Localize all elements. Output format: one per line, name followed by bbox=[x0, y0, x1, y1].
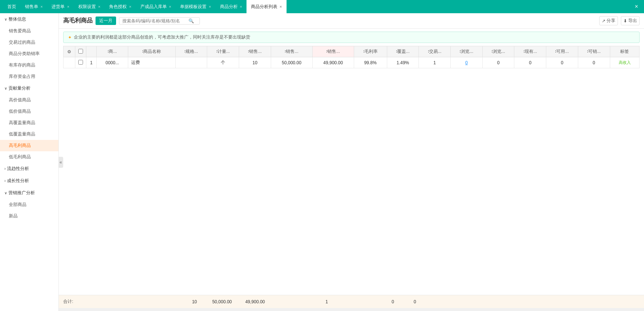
nav-analysis-list-close[interactable]: × bbox=[280, 4, 282, 9]
nav-analysis-close[interactable]: × bbox=[240, 4, 242, 9]
sidebar-item-all-products[interactable]: 全部商品 bbox=[0, 199, 58, 210]
cell-avail2-0: 0 bbox=[546, 57, 578, 68]
share-button[interactable]: ↗ 分享 bbox=[599, 16, 618, 25]
col-browse1: ∶浏览... bbox=[451, 46, 483, 57]
sidebar-item-high-coverage[interactable]: 高覆盖量商品 bbox=[0, 117, 58, 129]
row-checkbox-0[interactable] bbox=[78, 60, 83, 65]
footer-spacer1 bbox=[80, 299, 183, 304]
nav-home[interactable]: 首页 bbox=[3, 0, 21, 13]
bottom-scrollbar[interactable] bbox=[59, 308, 644, 311]
sidebar-group-overall[interactable]: ∨ 整体信息 bbox=[0, 13, 58, 25]
sidebar-item-in-stock[interactable]: 有库存的商品 bbox=[0, 59, 58, 71]
arrow-contribution: ∨ bbox=[4, 86, 7, 90]
cell-tag-0: 高收入 bbox=[610, 57, 639, 68]
cell-grossmargin-0: 99.8% bbox=[354, 57, 387, 68]
sidebar-collapse-button[interactable]: « bbox=[59, 157, 63, 168]
sidebar-item-low-margin[interactable]: 低毛利商品 bbox=[0, 151, 58, 163]
col-rownum bbox=[86, 46, 97, 57]
footer-spacer3 bbox=[338, 299, 360, 304]
nav-template[interactable]: 单据模板设置 × bbox=[176, 0, 215, 13]
sidebar: ∨ 整体信息 销售爱商品 交易过的商品 商品分类助销率 有库存的商品 库存资金占… bbox=[0, 13, 59, 311]
content-header: 高毛利商品 近一月 🔍 ↗ 分享 ⬇ 导出 bbox=[59, 13, 644, 29]
col-transaction: ∶交易... bbox=[419, 46, 451, 57]
nav-purchase[interactable]: 进货单 × bbox=[47, 0, 73, 13]
cell-spec-0 bbox=[175, 57, 207, 68]
table-wrap: ⚙ ∶商... ∶商品名称 ∶规格... ∶计量... ∶销售... ∶销售..… bbox=[59, 46, 644, 295]
nav-sales-close[interactable]: × bbox=[40, 4, 43, 9]
footer-sales-amount: 50,000.00 bbox=[205, 299, 238, 304]
col-product-code: ∶商... bbox=[97, 46, 128, 57]
cell-salesqty-0: 10 bbox=[239, 57, 271, 68]
cell-salesamt-0: 50,000.00 bbox=[271, 57, 312, 68]
data-table: ⚙ ∶商... ∶商品名称 ∶规格... ∶计量... ∶销售... ∶销售..… bbox=[63, 46, 640, 68]
cell-code-0: 0000... bbox=[97, 57, 128, 68]
sidebar-item-traded[interactable]: 交易过的商品 bbox=[0, 37, 58, 48]
sidebar-item-high-value[interactable]: 高价值商品 bbox=[0, 94, 58, 106]
cell-browse2-0: 0 bbox=[482, 57, 514, 68]
footer-transaction: 1 bbox=[316, 299, 338, 304]
nav-analysis-list[interactable]: 商品分析列表 × bbox=[247, 0, 286, 13]
cell-browse1-0[interactable]: 0 bbox=[451, 57, 483, 68]
sidebar-item-new-products[interactable]: 新品 bbox=[0, 210, 58, 222]
notice-icon: ✦ bbox=[68, 35, 72, 40]
nav-stock-in-close[interactable]: × bbox=[169, 4, 171, 9]
col-sales-qty: ∶销售... bbox=[239, 46, 271, 57]
sidebar-item-category-rate[interactable]: 商品分类助销率 bbox=[0, 48, 58, 59]
cell-rownum-0: 1 bbox=[86, 57, 97, 68]
col-available2: ∶可用... bbox=[546, 46, 578, 57]
footer-available1: 0 bbox=[382, 299, 404, 304]
sidebar-item-high-margin[interactable]: 高毛利商品 bbox=[0, 140, 58, 151]
nav-permission-close[interactable]: × bbox=[98, 4, 100, 9]
footer-spacer2 bbox=[271, 299, 316, 304]
col-sellable: ∶可销... bbox=[578, 46, 610, 57]
col-settings[interactable]: ⚙ bbox=[64, 46, 75, 57]
select-all-checkbox[interactable] bbox=[78, 49, 83, 54]
cell-checkbox-0[interactable] bbox=[75, 57, 86, 68]
arrow-overall: ∨ bbox=[4, 17, 7, 21]
col-sales-profit: ∶销售... bbox=[312, 46, 354, 57]
sidebar-group-contribution[interactable]: ∨ 贡献量分析 bbox=[0, 82, 58, 94]
export-button[interactable]: ⬇ 导出 bbox=[621, 16, 640, 25]
sidebar-item-low-coverage[interactable]: 低覆盖量商品 bbox=[0, 129, 58, 140]
share-icon: ↗ bbox=[602, 18, 605, 23]
top-nav: 首页 销售单 × 进货单 × 权限设置 × 角色授权 × 产成品入库单 × 单据… bbox=[0, 0, 644, 13]
close-all-button[interactable]: × bbox=[632, 3, 641, 10]
search-input[interactable] bbox=[122, 18, 188, 23]
table-row: 1 0000... 运费 个 10 50,000.00 49,900.00 99… bbox=[64, 57, 640, 68]
col-browse2: ∶浏览... bbox=[482, 46, 514, 57]
filter-recent-month-button[interactable]: 近一月 bbox=[96, 17, 116, 25]
action-buttons: ↗ 分享 ⬇ 导出 bbox=[599, 16, 640, 25]
footer-cells: 10 50,000.00 49,900.00 1 0 0 bbox=[80, 299, 640, 304]
col-tag: 标签 bbox=[610, 46, 639, 57]
nav-template-close[interactable]: × bbox=[209, 4, 211, 9]
arrow-growth: › bbox=[4, 179, 6, 183]
nav-role-close[interactable]: × bbox=[129, 4, 131, 9]
nav-stock-in[interactable]: 产成品入库单 × bbox=[136, 0, 176, 13]
arrow-marketing: ∨ bbox=[4, 191, 7, 195]
nav-permission[interactable]: 权限设置 × bbox=[74, 0, 105, 13]
col-coverage: ∶覆盖... bbox=[387, 46, 419, 57]
notice-bar: ✦ 企业的主要的利润都是这部分商品创造的，可考虑加大推广，同时关注库存是不要出现… bbox=[63, 32, 640, 43]
sidebar-group-growth[interactable]: › 成长性分析 bbox=[0, 175, 58, 187]
col-unit: ∶计量... bbox=[207, 46, 239, 57]
footer-sales-profit: 49,900.00 bbox=[238, 299, 271, 304]
sidebar-item-low-value[interactable]: 低价值商品 bbox=[0, 106, 58, 117]
cell-name-0: 运费 bbox=[128, 57, 175, 68]
col-sales-amount: ∶销售... bbox=[271, 46, 312, 57]
nav-purchase-close[interactable]: × bbox=[67, 4, 69, 9]
cell-avail1-0: 0 bbox=[514, 57, 546, 68]
footer-bar: 合计: 10 50,000.00 49,900.00 1 0 0 bbox=[59, 295, 644, 308]
sidebar-item-stock-fund[interactable]: 库存资金占用 bbox=[0, 71, 58, 82]
export-icon: ⬇ bbox=[623, 18, 627, 23]
nav-role[interactable]: 角色授权 × bbox=[105, 0, 136, 13]
table-header-row: ⚙ ∶商... ∶商品名称 ∶规格... ∶计量... ∶销售... ∶销售..… bbox=[64, 46, 640, 57]
search-icon[interactable]: 🔍 bbox=[188, 18, 194, 23]
footer-sales-qty: 10 bbox=[183, 299, 205, 304]
col-product-name: ∶商品名称 bbox=[128, 46, 175, 57]
sidebar-group-marketing[interactable]: ∨ 营销推广分析 bbox=[0, 187, 58, 199]
nav-sales[interactable]: 销售单 × bbox=[21, 0, 47, 13]
sidebar-item-popular[interactable]: 销售爱商品 bbox=[0, 25, 58, 37]
sidebar-group-trend[interactable]: › 流趋性分析 bbox=[0, 163, 58, 175]
main-layout: ∨ 整体信息 销售爱商品 交易过的商品 商品分类助销率 有库存的商品 库存资金占… bbox=[0, 13, 644, 311]
nav-analysis[interactable]: 商品分析 × bbox=[216, 0, 247, 13]
